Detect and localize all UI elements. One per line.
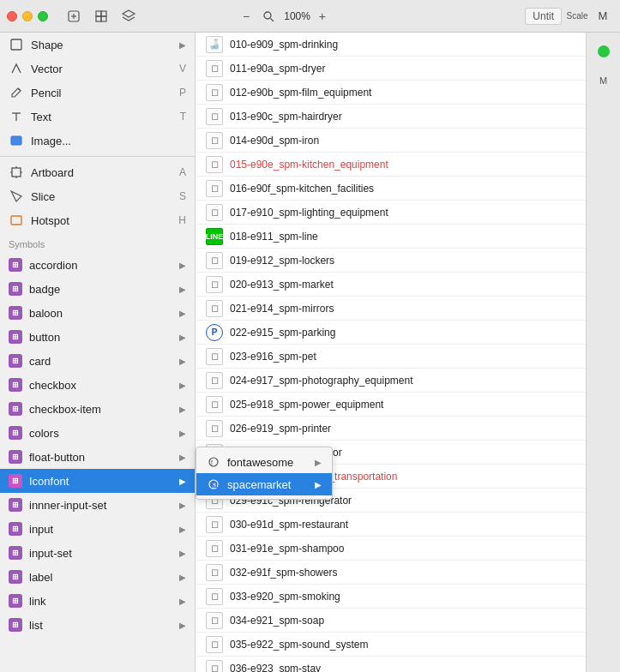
image-icon [9, 133, 24, 148]
list-item[interactable]: ◻ 030-e91d_spm-restaurant [196, 513, 586, 537]
menu-item-float-button[interactable]: ⊞ float-button ▶ [0, 445, 195, 469]
list-item[interactable]: ◻ 017-e910_spm-lighting_equipment [196, 201, 586, 225]
symbol-name-showers: 032-e91f_spm-showers [230, 567, 337, 579]
menu-item-colors[interactable]: ⊞ colors ▶ [0, 421, 195, 445]
symbol-icon-lockers: ◻ [206, 252, 223, 269]
menu-item-pencil[interactable]: Pencil P [0, 81, 195, 105]
list-item[interactable]: ◻ 026-e919_spm-printer [196, 417, 586, 441]
toolbar-right: Untit Scale M [525, 6, 613, 27]
pencil-label: Pencil [31, 87, 172, 99]
list-item[interactable]: ◻ 032-e91f_spm-showers [196, 561, 586, 585]
card-arrow: ▶ [179, 357, 186, 366]
list-item[interactable]: ◻ 034-e921_spm-soap [196, 609, 586, 633]
list-item[interactable]: P 022-e915_spm-parking [196, 321, 586, 345]
list-item[interactable]: ◻ 011-e90a_spm-dryer [196, 57, 586, 81]
symbol-icon-restaurant: ◻ [206, 516, 223, 533]
menu-item-list[interactable]: ⊞ list ▶ [0, 613, 195, 637]
svg-rect-9 [11, 39, 21, 50]
menu-item-iconfont[interactable]: ⊞ Iconfont ▶ [0, 469, 195, 493]
list-item[interactable]: ◻ 024-e917_spm-photography_equipment [196, 369, 586, 393]
menu-item-input-set[interactable]: ⊞ input-set ▶ [0, 541, 195, 565]
menu-item-innner-input-set[interactable]: ⊞ innner-input-set ▶ [0, 493, 195, 517]
symbol-name-mirrors: 021-e914_spm-mirrors [230, 303, 334, 315]
zoom-plus-button[interactable]: + [316, 9, 329, 23]
list-item[interactable]: ◻ 031-e91e_spm-shampoo [196, 537, 586, 561]
list-item[interactable]: ◻ 036-e923_spm-stay [196, 657, 586, 672]
list-item[interactable]: ◻ 035-e922_spm-sound_system [196, 633, 586, 657]
symbol-name-drinking: 010-e909_spm-drinking [230, 39, 338, 51]
symbol-icon-smoking: ◻ [206, 588, 223, 605]
accordion-sym-icon: ⊞ [9, 258, 22, 272]
menu-item-checkbox[interactable]: ⊞ checkbox ▶ [0, 373, 195, 397]
more-icon[interactable]: M [593, 6, 613, 27]
pencil-icon [9, 85, 24, 100]
search-icon[interactable] [258, 6, 279, 27]
list-item[interactable]: ◻ 013-e90c_spm-hairdryer [196, 105, 586, 129]
slice-shortcut: S [179, 190, 186, 202]
minimize-button[interactable] [22, 11, 33, 21]
list-item[interactable]: LINE 018-e911_spm-line [196, 225, 586, 249]
link-label: link [29, 595, 172, 608]
menu-item-image[interactable]: Image... [0, 129, 195, 153]
symbol-icon-showers: ◻ [206, 564, 223, 581]
svg-rect-3 [96, 11, 101, 16]
list-sym-icon: ⊞ [9, 618, 22, 632]
select-icon[interactable] [91, 6, 111, 27]
menu-item-artboard[interactable]: Artboard A [0, 160, 195, 184]
scale-btn[interactable] [592, 39, 616, 63]
menu-item-link[interactable]: ⊞ link ▶ [0, 589, 195, 613]
baloon-label: baloon [29, 307, 172, 320]
badge-sym-icon: ⊞ [9, 282, 22, 296]
list-item[interactable]: ◻ 023-e916_spm-pet [196, 345, 586, 369]
zoom-minus-button[interactable]: − [239, 9, 253, 23]
close-button[interactable] [7, 11, 17, 21]
symbol-icon-photography: ◻ [206, 372, 223, 389]
menu-item-text[interactable]: Text T [0, 105, 195, 129]
menu-item-badge[interactable]: ⊞ badge ▶ [0, 277, 195, 301]
symbol-name-film: 012-e90b_spm-film_equipment [230, 87, 371, 99]
menu-item-button[interactable]: ⊞ button ▶ [0, 325, 195, 349]
list-item[interactable]: ◻ 019-e912_spm-lockers [196, 249, 586, 273]
maximize-button[interactable] [38, 11, 48, 21]
symbol-icon-dryer: ◻ [206, 60, 223, 77]
scale-icon[interactable]: Scale [567, 6, 587, 27]
svg-line-10 [18, 88, 21, 91]
menu-item-vector[interactable]: Vector V [0, 57, 195, 81]
list-item[interactable]: ◻ 012-e90b_spm-film_equipment [196, 81, 586, 105]
list-item[interactable]: 🍶 010-e909_spm-drinking [196, 33, 586, 57]
symbol-name-soap: 034-e921_spm-soap [230, 615, 324, 627]
menu-item-shape[interactable]: Shape ▶ [0, 33, 195, 57]
menu-item-slice[interactable]: Slice S [0, 184, 195, 208]
symbol-icon-film: ◻ [206, 84, 223, 101]
symbol-name-shampoo: 031-e91e_spm-shampoo [230, 543, 344, 555]
menu-item-label[interactable]: ⊞ label ▶ [0, 565, 195, 589]
svg-rect-14 [12, 168, 21, 177]
svg-point-7 [264, 12, 271, 19]
toolbar-icons [63, 6, 139, 27]
menu-item-baloon[interactable]: ⊞ baloon ▶ [0, 301, 195, 325]
left-menu: Shape ▶ Vector V Pencil P Text T [0, 33, 196, 672]
list-item[interactable]: ◻ 014-e90d_spm-iron [196, 129, 586, 153]
list-item[interactable]: ◻ 033-e920_spm-smoking [196, 585, 586, 609]
list-item[interactable]: ◻ 020-e913_spm-market [196, 273, 586, 297]
symbol-icon-soap: ◻ [206, 612, 223, 629]
artboard-shortcut: A [179, 166, 186, 178]
menu-item-accordion[interactable]: ⊞ accordion ▶ [0, 253, 195, 277]
far-right-m-btn[interactable]: M [592, 69, 616, 93]
menu-item-card[interactable]: ⊞ card ▶ [0, 349, 195, 373]
menu-item-checkbox-item[interactable]: ⊞ checkbox-item ▶ [0, 397, 195, 421]
list-item[interactable]: ◻ 015-e90e_spm-kitchen_equipment [196, 153, 586, 177]
insert-icon[interactable] [63, 6, 84, 27]
input-label: input [29, 523, 172, 536]
list-item[interactable]: ◻ 021-e914_spm-mirrors [196, 297, 586, 321]
symbols-section-header: Symbols [0, 232, 195, 253]
menu-item-hotspot[interactable]: Hotspot H [0, 208, 195, 232]
symbol-name-stay: 036-e923_spm-stay [230, 663, 321, 673]
list-item[interactable]: ◻ 016-e90f_spm-kitchen_facilities [196, 177, 586, 201]
list-item[interactable]: ◻ 025-e918_spm-power_equipment [196, 393, 586, 417]
layers-icon[interactable] [118, 6, 139, 27]
menu-item-input[interactable]: ⊞ input ▶ [0, 517, 195, 541]
symbol-icon-kitchen-equipment: ◻ [206, 156, 223, 173]
symbol-name-parking: 022-e915_spm-parking [230, 327, 335, 339]
slice-label: Slice [31, 190, 172, 203]
